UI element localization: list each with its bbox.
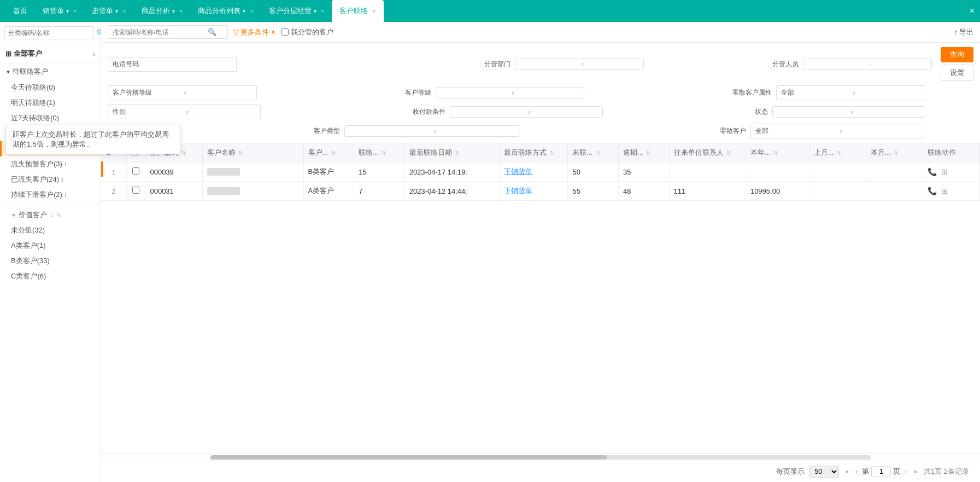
sidebar-collapse-icon[interactable]: › <box>93 50 95 58</box>
filter-row-4: ... 客户类型 ∨ 零散客户 全部 ∨ <box>108 124 973 138</box>
sidebar-item-today[interactable]: 今天待联络(0) <box>0 80 101 95</box>
filter-row-1: 电话号码 分管部门 ∨ 分管人员 ··· 查询 设置 <box>108 47 973 81</box>
first-page-btn[interactable]: « <box>843 467 852 477</box>
sidebar: 🔍 ⊞ 全部客户 › ▼ 待联络客户 今天待联络(0) 明天待联络(1) 近7天… <box>0 22 101 482</box>
sidebar-item-tomorrow[interactable]: 明天待联络(1) <box>0 95 101 111</box>
my-customers-checkbox[interactable] <box>281 28 289 36</box>
nav-tab-analysis[interactable]: 商品分析 ▾ × <box>134 0 190 22</box>
price-grade-field[interactable]: 客户价格等级 ∨ <box>108 85 257 100</box>
payment-arrow: ∨ <box>527 109 598 115</box>
more-conditions-btn[interactable]: ▽ 更多条件 ∧ <box>233 27 276 37</box>
phone-action-icon-1[interactable]: 📞 <box>928 167 937 176</box>
th-last-month[interactable]: 上月... ⇅ <box>809 143 866 162</box>
sidebar-item-declining[interactable]: 持续下滑客户(2) ℹ <box>0 187 101 202</box>
th-last-method[interactable]: 最后联络方式 ⇅ <box>500 143 568 162</box>
th-last-date[interactable]: 最后联络日期 ⇅ <box>404 143 500 162</box>
sidebar-item-churn-warning[interactable]: 流失预警客户(3) ℹ <box>0 156 101 172</box>
sort-icon-liaison: ⇅ <box>726 150 731 156</box>
th-liaison[interactable]: 往来单位联系人 ⇅ <box>669 143 746 162</box>
horizontal-scrollbar[interactable] <box>101 453 980 461</box>
grid-action-icon-1[interactable]: ⊞ <box>941 167 948 176</box>
payment-field[interactable]: ∨ <box>450 106 603 118</box>
nav-tab-sales-close[interactable]: × <box>73 8 77 14</box>
per-page-select[interactable]: 50 20 100 <box>809 466 839 478</box>
retail-cust-label: 零散客户 <box>720 126 746 136</box>
customer-name-blur-1 <box>207 168 240 176</box>
nav-tab-sales-arrow: ▾ <box>66 8 69 14</box>
prev-page-btn[interactable]: ‹ <box>853 467 860 477</box>
last-page-btn[interactable]: » <box>911 467 919 477</box>
nav-tab-analysis-list[interactable]: 商品分析列表 ▾ × <box>190 0 261 22</box>
edit-icon-value[interactable]: ✎ <box>56 212 61 219</box>
retail-cust-field[interactable]: 全部 ∨ <box>750 124 925 138</box>
query-button[interactable]: 查询 <box>941 47 973 62</box>
grid-action-icon-2[interactable]: ⊞ <box>941 187 948 195</box>
th-overdue[interactable]: 逾期... ⇅ <box>619 143 670 162</box>
nav-tab-purchase[interactable]: 进货单 ▾ × <box>84 0 133 22</box>
sidebar-all-customers[interactable]: ⊞ 全部客户 › <box>0 44 101 63</box>
nav-tab-purchase-close[interactable]: × <box>122 8 126 14</box>
sidebar-search-icon[interactable]: 🔍 <box>96 29 101 37</box>
sidebar-item-c-class[interactable]: C类客户(6) <box>0 269 101 284</box>
td-name-1 <box>202 162 303 182</box>
window-close-button[interactable]: × <box>970 6 975 16</box>
nav-tab-purchase-arrow: ▾ <box>115 8 118 14</box>
staff-field[interactable]: ··· <box>803 59 932 70</box>
td-name-2 <box>202 182 303 201</box>
nav-tab-customer-contact-close[interactable]: × <box>372 8 375 14</box>
th-action: 联络动作 <box>923 143 979 162</box>
th-unreached[interactable]: 未联... ⇅ <box>568 143 619 162</box>
sidebar-item-unassigned[interactable]: 未分组(32) <box>0 223 101 238</box>
info-icon-declining: ℹ <box>64 191 67 199</box>
nav-tab-analysis-list-close[interactable]: × <box>250 8 253 14</box>
td-num-1: 1 <box>101 162 126 182</box>
nav-tab-sales[interactable]: 销货单 ▾ × <box>35 0 84 22</box>
scroll-thumb[interactable] <box>210 455 607 460</box>
cust-type-arrow: ∨ <box>433 128 514 134</box>
th-contact[interactable]: 联络... ⇅ <box>354 143 405 162</box>
nav-tab-analysis-close[interactable]: × <box>179 8 183 14</box>
filter-icon: ▽ <box>233 28 239 36</box>
sidebar-item-churned[interactable]: 已流失客户(24) ℹ <box>0 172 101 187</box>
sidebar-item-7days[interactable]: 近7天待联络(0) <box>0 111 101 126</box>
phone-field[interactable]: 电话号码 <box>108 57 237 72</box>
cust-type-field[interactable]: ∨ <box>344 125 519 137</box>
nav-tab-segmented[interactable]: 客户分层经营 ▾ × <box>261 0 332 22</box>
filter-row-3: 性别 ∨ 收付款条件 ∨ 状态 ∨ <box>108 104 973 119</box>
search-icon-main[interactable]: 🔍 <box>208 28 216 36</box>
th-name[interactable]: 客户名称 ⇅ <box>202 143 303 162</box>
nav-tab-home[interactable]: 首页 <box>5 0 35 22</box>
row-checkbox-1[interactable] <box>132 167 139 175</box>
status-arrow: ∨ <box>850 109 920 115</box>
nav-tab-analysis-arrow: ▾ <box>172 8 175 14</box>
main-search-input[interactable] <box>113 28 206 36</box>
sidebar-search-input[interactable] <box>4 26 94 39</box>
staff-dots[interactable]: ··· <box>868 61 927 67</box>
sidebar-group-pending[interactable]: ▼ 待联络客户 <box>0 63 101 80</box>
td-action-1: 📞 ⊞ <box>923 162 979 182</box>
dept-field[interactable]: ∨ <box>515 59 644 70</box>
row-checkbox-2[interactable] <box>132 187 139 194</box>
settings-button[interactable]: 设置 <box>941 65 973 81</box>
phone-action-icon-2[interactable]: 📞 <box>928 187 937 195</box>
sidebar-value-customers[interactable]: ▼ 价值客户 ○ ✎ <box>0 207 101 223</box>
method-link-1[interactable]: 下销货单 <box>504 167 532 176</box>
th-type[interactable]: 客户... ⇅ <box>303 143 354 162</box>
gender-field[interactable]: 性别 ∨ <box>108 104 261 119</box>
status-field[interactable]: ∨ <box>772 106 925 118</box>
th-this-month[interactable]: 本月... ⇅ <box>866 143 923 162</box>
page-input[interactable] <box>871 466 891 477</box>
method-link-2[interactable]: 下销货单 <box>504 187 532 195</box>
sidebar-item-b-class[interactable]: B类客户(33) <box>0 253 101 269</box>
export-btn[interactable]: ↑ 导出 <box>954 27 974 37</box>
next-page-btn[interactable]: › <box>902 467 909 477</box>
cust-grade-field[interactable]: ∨ <box>436 87 585 98</box>
action-icons-2: 📞 ⊞ <box>928 187 975 195</box>
nav-tab-customer-contact[interactable]: 客户联络 × <box>332 0 383 22</box>
td-overdue-1: 35 <box>619 162 670 182</box>
retail-attr-field[interactable]: 全部 ∨ <box>776 85 925 100</box>
td-code-2: 000031 <box>145 182 202 201</box>
sidebar-item-a-class[interactable]: A类客户(1) <box>0 238 101 253</box>
nav-tab-segmented-close[interactable]: × <box>321 8 324 14</box>
th-this-year[interactable]: 本年... ⇅ <box>746 143 809 162</box>
